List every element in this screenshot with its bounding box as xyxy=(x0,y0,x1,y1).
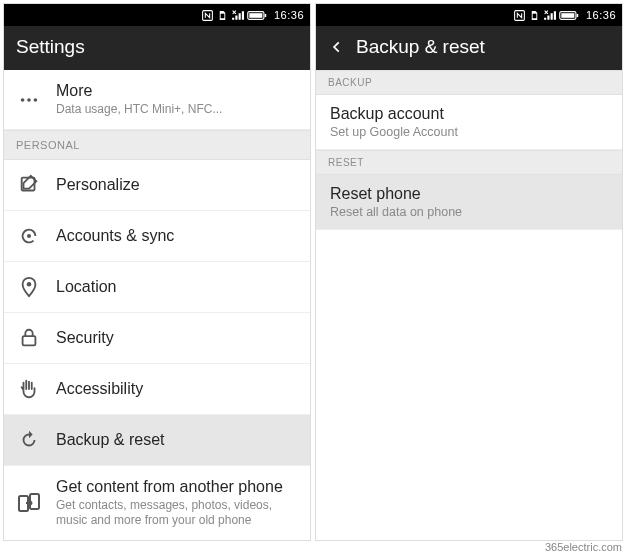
screen-settings: 16:36 Settings More Data usage, HTC Mini… xyxy=(4,4,310,540)
row-reset-phone[interactable]: Reset phone Reset all data on phone xyxy=(316,175,622,230)
row-sub: Set up Google Account xyxy=(330,125,608,139)
row-backup-account[interactable]: Backup account Set up Google Account xyxy=(316,95,622,150)
row-label: Backup account xyxy=(330,105,608,123)
page-title: Settings xyxy=(16,36,85,58)
signal-icon xyxy=(231,9,244,22)
row-label: More xyxy=(56,82,222,100)
svg-rect-4 xyxy=(265,13,267,16)
page-title: Backup & reset xyxy=(356,36,485,58)
svg-point-10 xyxy=(27,282,32,287)
svg-rect-1 xyxy=(221,13,225,18)
row-backup-reset[interactable]: Backup & reset xyxy=(4,415,310,466)
clock: 16:36 xyxy=(586,9,616,21)
row-sub: Data usage, HTC Mini+, NFC... xyxy=(56,102,222,117)
reset-icon xyxy=(16,427,42,453)
transfer-icon xyxy=(16,490,42,516)
nfc-icon xyxy=(201,9,214,22)
row-label: Accessibility xyxy=(56,380,143,398)
row-security[interactable]: Security xyxy=(4,313,310,364)
svg-rect-15 xyxy=(533,13,537,18)
row-sub: Get contacts, messages, photos, videos, … xyxy=(56,498,298,528)
screen-backup-reset: 16:36 Backup & reset BACKUP Backup accou… xyxy=(316,4,622,540)
svg-point-5 xyxy=(21,98,25,102)
row-get-content[interactable]: Get content from another phone Get conta… xyxy=(4,466,310,540)
svg-rect-3 xyxy=(249,13,262,18)
row-location[interactable]: Location xyxy=(4,262,310,313)
row-sub: Reset all data on phone xyxy=(330,205,608,219)
appbar-backup-reset: Backup & reset xyxy=(316,26,622,70)
sim-icon xyxy=(529,9,540,22)
row-label: Backup & reset xyxy=(56,431,165,449)
lock-icon xyxy=(16,325,42,351)
section-backup: BACKUP xyxy=(316,70,622,95)
signal-icon xyxy=(543,9,556,22)
row-label: Reset phone xyxy=(330,185,608,203)
row-accessibility[interactable]: Accessibility xyxy=(4,364,310,415)
hand-icon xyxy=(16,376,42,402)
sync-icon xyxy=(16,223,42,249)
battery-icon xyxy=(559,10,579,21)
location-icon xyxy=(16,274,42,300)
section-personal: PERSONAL xyxy=(4,130,310,160)
more-icon xyxy=(16,87,42,113)
row-label: Security xyxy=(56,329,114,347)
svg-point-7 xyxy=(34,98,38,102)
svg-point-6 xyxy=(27,98,31,102)
back-button[interactable] xyxy=(328,38,346,56)
personalize-icon xyxy=(16,172,42,198)
svg-rect-18 xyxy=(577,13,579,16)
row-label: Location xyxy=(56,278,117,296)
battery-icon xyxy=(247,10,267,21)
svg-point-9 xyxy=(27,234,31,238)
row-more[interactable]: More Data usage, HTC Mini+, NFC... xyxy=(4,70,310,130)
statusbar: 16:36 xyxy=(4,4,310,26)
sim-icon xyxy=(217,9,228,22)
row-label: Personalize xyxy=(56,176,140,194)
row-label: Accounts & sync xyxy=(56,227,174,245)
clock: 16:36 xyxy=(274,9,304,21)
row-accounts-sync[interactable]: Accounts & sync xyxy=(4,211,310,262)
appbar-settings: Settings xyxy=(4,26,310,70)
row-label: Get content from another phone xyxy=(56,478,298,496)
nfc-icon xyxy=(513,9,526,22)
row-personalize[interactable]: Personalize xyxy=(4,160,310,211)
svg-rect-17 xyxy=(561,13,574,18)
svg-rect-11 xyxy=(23,336,36,345)
section-reset: RESET xyxy=(316,150,622,175)
watermark: 365electric.com xyxy=(545,541,622,553)
statusbar: 16:36 xyxy=(316,4,622,26)
